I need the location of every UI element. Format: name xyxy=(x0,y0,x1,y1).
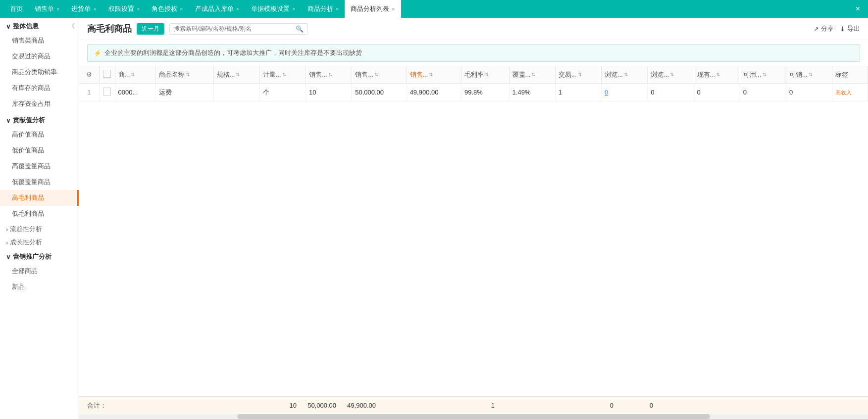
row-sales-count: 10 xyxy=(306,84,352,101)
nav-close-template[interactable]: × xyxy=(292,6,295,12)
col-transaction[interactable]: 交易... ⇅ xyxy=(555,66,601,84)
sidebar-item-sales-goods[interactable]: 销售类商品 xyxy=(0,33,79,48)
sort-spec-icon[interactable]: ⇅ xyxy=(236,72,240,77)
col-checkbox[interactable] xyxy=(99,66,115,84)
table-container[interactable]: ⚙ 商... ⇅ 商品名称 xyxy=(79,66,868,396)
share-icon: ↗ xyxy=(814,25,819,33)
settings-icon[interactable]: ⚙ xyxy=(86,71,92,78)
sort-unit-icon[interactable]: ⇅ xyxy=(282,72,286,77)
sort-sales-count-icon[interactable]: ⇅ xyxy=(328,72,332,77)
sidebar-group-contribution[interactable]: ∨ 贡献值分析 xyxy=(0,112,79,127)
col-unit[interactable]: 计量... ⇅ xyxy=(259,66,306,84)
sort-code-icon[interactable]: ⇅ xyxy=(131,72,135,77)
col-gross-margin[interactable]: 毛利率 ⇅ xyxy=(461,66,510,84)
footer-label: 合计： xyxy=(87,401,106,410)
col-coverage[interactable]: 覆盖... ⇅ xyxy=(509,66,555,84)
sort-view1-icon[interactable]: ⇅ xyxy=(624,72,628,77)
row-sellable: 0 xyxy=(786,84,832,101)
sidebar-item-low-margin[interactable]: 低毛利商品 xyxy=(0,206,79,222)
row-code: 0000... xyxy=(115,84,155,101)
row-sales-profit: 49,900.00 xyxy=(407,84,461,101)
data-table: ⚙ 商... ⇅ 商品名称 xyxy=(79,66,868,101)
sort-current-stock-icon[interactable]: ⇅ xyxy=(716,72,720,77)
sidebar-item-new-goods[interactable]: 新品 xyxy=(0,279,79,295)
scrollbar-thumb[interactable] xyxy=(237,414,711,419)
nav-close-warehouse[interactable]: × xyxy=(236,6,239,12)
row-name: 运费 xyxy=(155,84,213,101)
sort-gross-margin-icon[interactable]: ⇅ xyxy=(485,72,489,77)
sidebar-group-marketing[interactable]: ∨ 营销推广分析 xyxy=(0,248,79,263)
col-sellable[interactable]: 可销... ⇅ xyxy=(786,66,832,84)
search-icon[interactable]: 🔍 xyxy=(296,25,304,33)
row-tag: 高收入 xyxy=(832,84,868,101)
nav-item-home[interactable]: 首页 xyxy=(4,0,29,18)
nav-item-analysis-list[interactable]: 商品分析列表 × xyxy=(345,0,401,18)
nav-close-purchase[interactable]: × xyxy=(93,6,96,12)
sidebar-item-traded-goods[interactable]: 交易过的商品 xyxy=(0,48,79,64)
sidebar-item-stock-capital[interactable]: 库存资金占用 xyxy=(0,96,79,112)
col-sales-count[interactable]: 销售... ⇅ xyxy=(306,66,352,84)
nav-close-all-button[interactable]: × xyxy=(852,4,864,13)
nav-item-purchase[interactable]: 进货单 × xyxy=(65,0,102,18)
sidebar-item-all-goods[interactable]: 全部商品 xyxy=(0,263,79,279)
sidebar-group-overall[interactable]: ∨ 整体信息 xyxy=(0,18,79,33)
share-button[interactable]: ↗ 分享 xyxy=(814,24,834,33)
sidebar-item-high-margin[interactable]: 高毛利商品 xyxy=(0,190,79,206)
sidebar-item-in-stock[interactable]: 有库存的商品 xyxy=(0,80,79,96)
col-view2[interactable]: 浏览... ⇅ xyxy=(648,66,694,84)
col-code[interactable]: 商... ⇅ xyxy=(115,66,155,84)
sort-sales-profit-icon[interactable]: ⇅ xyxy=(429,72,433,77)
nav-item-analysis[interactable]: 商品分析 × xyxy=(302,0,345,18)
sort-sellable-icon[interactable]: ⇅ xyxy=(809,72,813,77)
col-available-stock[interactable]: 可用... ⇅ xyxy=(740,66,786,84)
sort-sales-amount-icon[interactable]: ⇅ xyxy=(374,72,378,77)
nav-close-analysis-list[interactable]: × xyxy=(392,6,395,12)
select-all-checkbox[interactable] xyxy=(103,70,111,78)
footer-transaction: 1 xyxy=(458,402,498,409)
search-input[interactable] xyxy=(174,25,296,32)
sidebar-collapse-button[interactable]: 《 xyxy=(68,22,75,31)
sidebar-group-trend[interactable]: › 流趋性分析 xyxy=(0,222,79,235)
page-title: 高毛利商品 xyxy=(87,23,132,35)
period-button[interactable]: 近一月 xyxy=(137,23,164,35)
nav-close-analysis[interactable]: × xyxy=(336,6,339,12)
sidebar-item-high-coverage[interactable]: 高覆盖量商品 xyxy=(0,158,79,174)
sort-available-stock-icon[interactable]: ⇅ xyxy=(763,72,766,77)
sort-coverage-icon[interactable]: ⇅ xyxy=(531,72,535,77)
nav-close-permission[interactable]: × xyxy=(137,6,140,12)
sidebar-item-low-coverage[interactable]: 低覆盖量商品 xyxy=(0,174,79,190)
col-current-stock[interactable]: 现有... ⇅ xyxy=(694,66,740,84)
nav-item-permission[interactable]: 权限设置 × xyxy=(102,0,146,18)
col-tag[interactable]: 标签 xyxy=(832,66,868,84)
sort-name-icon[interactable]: ⇅ xyxy=(186,72,190,77)
col-spec[interactable]: 规格... ⇅ xyxy=(213,66,259,84)
nav-item-sales[interactable]: 销售单 × xyxy=(29,0,65,18)
row-index: 1 xyxy=(79,84,99,101)
search-box: 🔍 xyxy=(169,23,308,35)
col-view1[interactable]: 浏览... ⇅ xyxy=(602,66,648,84)
nav-item-template[interactable]: 单据模板设置 × xyxy=(245,0,301,18)
top-nav: 首页 销售单 × 进货单 × 权限设置 × 角色授权 × 产成品入库单 × 单据… xyxy=(0,0,868,18)
col-sales-amount[interactable]: 销售... ⇅ xyxy=(352,66,407,84)
nav-close-role[interactable]: × xyxy=(180,6,183,12)
sort-view2-icon[interactable]: ⇅ xyxy=(670,72,674,77)
col-name[interactable]: 商品名称 ⇅ xyxy=(155,66,213,84)
sidebar-item-category-rate[interactable]: 商品分类助销率 xyxy=(0,64,79,80)
row-sales-amount: 50,000.00 xyxy=(352,84,407,101)
row-available-stock: 0 xyxy=(740,84,786,101)
sidebar-item-low-value[interactable]: 低价值商品 xyxy=(0,142,79,158)
sidebar-item-high-value[interactable]: 高价值商品 xyxy=(0,127,79,142)
export-button[interactable]: ⬇ 导出 xyxy=(840,24,860,33)
row-checkbox[interactable] xyxy=(99,84,115,101)
col-sales-profit[interactable]: 销售... ⇅ xyxy=(407,66,461,84)
horizontal-scrollbar[interactable] xyxy=(79,414,868,419)
nav-item-role[interactable]: 角色授权 × xyxy=(146,0,189,18)
sidebar-group-growth[interactable]: › 成长性分析 xyxy=(0,235,79,248)
sort-transaction-icon[interactable]: ⇅ xyxy=(578,72,582,77)
col-settings[interactable]: ⚙ xyxy=(79,66,99,84)
nav-close-sales[interactable]: × xyxy=(56,6,59,12)
row-view1[interactable]: 0 xyxy=(602,84,648,101)
row-gross-margin: 99.8% xyxy=(461,84,510,101)
nav-item-warehouse[interactable]: 产成品入库单 × xyxy=(189,0,245,18)
row-current-stock: 0 xyxy=(694,84,740,101)
